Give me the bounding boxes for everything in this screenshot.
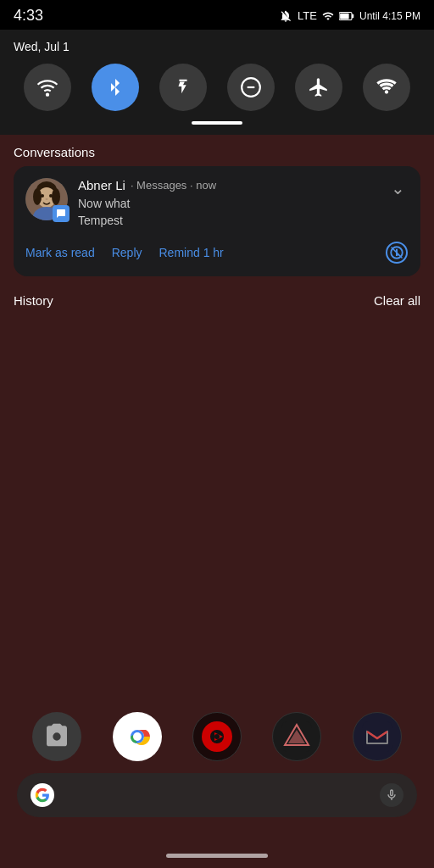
chrome-app-icon[interactable] <box>113 712 162 761</box>
notification-card: Abner Li · Messages · now Now what Tempe… <box>14 166 420 276</box>
history-button[interactable]: History <box>14 293 53 308</box>
conversations-label: Conversations <box>14 145 420 159</box>
yt-music-icon <box>202 721 232 752</box>
wifi-toggle[interactable] <box>24 64 71 111</box>
sender-name: Abner Li <box>78 178 125 192</box>
flashlight-toggle[interactable] <box>159 64 207 111</box>
gmail-icon <box>362 721 392 752</box>
history-row: History Clear all <box>0 281 434 308</box>
remind-button[interactable]: Remind 1 hr <box>159 246 224 259</box>
microphone-icon[interactable] <box>380 783 403 807</box>
svg-point-21 <box>133 732 142 741</box>
home-indicator[interactable] <box>166 854 268 858</box>
svg-point-10 <box>52 188 60 205</box>
svg-point-25 <box>214 734 220 739</box>
mark-as-read-button[interactable]: Mark as read <box>25 246 95 259</box>
expand-button[interactable]: ⌄ <box>387 178 409 198</box>
notification-actions: Mark as read Reply Remind 1 hr <box>25 241 409 264</box>
notification-message-line2: Tempest <box>78 213 387 230</box>
messages-icon <box>56 209 66 219</box>
svg-point-12 <box>49 194 53 198</box>
yt-music-app-icon[interactable] <box>192 712 242 761</box>
battery-icon <box>339 11 354 21</box>
polygon-app-icon[interactable] <box>272 712 321 761</box>
conversations-section: Conversations <box>0 135 434 281</box>
notification-title-row: Abner Li · Messages · now <box>78 178 387 192</box>
quick-settings-panel: Wed, Jul 1 <box>0 30 434 135</box>
svg-point-3 <box>47 94 48 96</box>
clear-all-button[interactable]: Clear all <box>374 293 420 308</box>
search-bar[interactable] <box>17 773 417 817</box>
mic-icon <box>385 788 398 802</box>
flashlight-icon <box>174 76 192 98</box>
toggle-row <box>14 64 420 111</box>
svg-point-13 <box>46 198 48 200</box>
battery-time: Until 4:15 PM <box>359 10 420 22</box>
svg-rect-2 <box>352 14 353 18</box>
svg-point-9 <box>33 188 42 205</box>
status-right-icons: LTE Until 4:15 PM <box>279 9 420 23</box>
scroll-pill <box>192 121 242 125</box>
bluetooth-toggle[interactable] <box>92 64 139 111</box>
avatar-wrapper <box>25 178 68 220</box>
google-logo <box>31 783 54 807</box>
chrome-icon <box>122 721 153 752</box>
reply-button[interactable]: Reply <box>112 246 142 259</box>
google-g-icon <box>35 787 50 803</box>
notification-content: Abner Li · Messages · now Now what Tempe… <box>78 178 387 229</box>
snooze-icon[interactable] <box>385 241 409 264</box>
notification-header: Abner Li · Messages · now Now what Tempe… <box>25 178 409 229</box>
hotspot-toggle[interactable] <box>363 64 410 111</box>
gmail-app-icon[interactable] <box>353 712 402 761</box>
airplane-toggle[interactable] <box>295 64 342 111</box>
messages-badge <box>53 205 70 222</box>
snooze-circle <box>386 242 408 264</box>
snooze-svg <box>389 245 404 260</box>
notification-message-line1: Now what <box>78 196 387 213</box>
dnd-icon <box>240 76 262 98</box>
airplane-icon <box>308 76 330 98</box>
notification-source: · Messages · now <box>131 179 216 192</box>
svg-rect-1 <box>340 13 349 19</box>
signal-icon <box>322 10 334 22</box>
camera-app-icon[interactable] <box>32 712 81 761</box>
lte-label: LTE <box>298 9 317 22</box>
wifi-icon <box>36 76 58 98</box>
bluetooth-icon <box>106 76 125 98</box>
polygon-icon <box>281 721 312 752</box>
scroll-indicator <box>14 121 420 125</box>
hotspot-icon <box>376 76 398 98</box>
app-row <box>17 712 417 761</box>
notification-left: Abner Li · Messages · now Now what Tempe… <box>25 178 387 229</box>
svg-point-11 <box>41 194 44 198</box>
status-bar: 4:33 LTE Until 4:15 PM <box>0 0 434 30</box>
dnd-toggle[interactable] <box>227 64 275 111</box>
camera-icon <box>43 723 70 750</box>
date-label: Wed, Jul 1 <box>14 40 70 53</box>
muted-bell-icon <box>279 9 292 23</box>
dock-area <box>0 712 434 817</box>
quick-settings-date-row: Wed, Jul 1 <box>14 40 420 53</box>
status-time: 4:33 <box>14 7 43 25</box>
